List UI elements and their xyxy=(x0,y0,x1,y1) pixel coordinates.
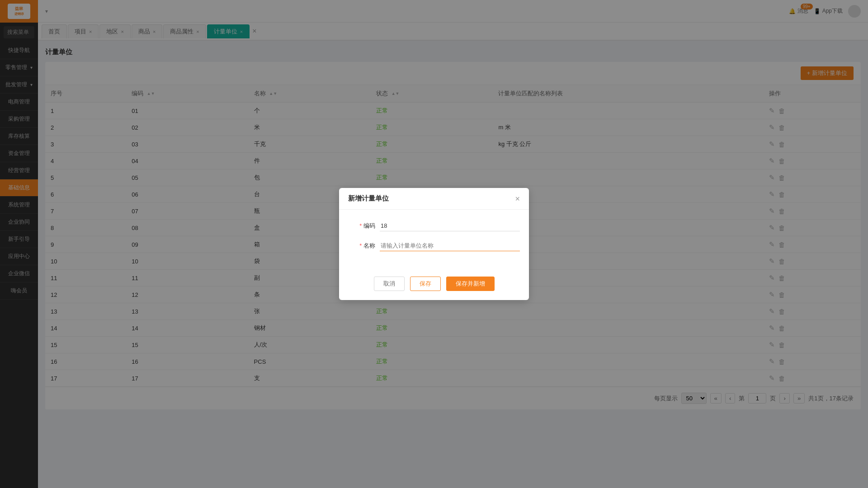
code-input[interactable] xyxy=(380,221,520,231)
cancel-button[interactable]: 取消 xyxy=(374,277,405,291)
modal-close-button[interactable]: × xyxy=(515,195,520,203)
form-row-name: 名称 xyxy=(348,240,520,251)
modal-overlay[interactable]: 新增计量单位 × 编码 名称 取消 保存 保存并新增 xyxy=(0,0,868,488)
code-label: 编码 xyxy=(348,222,375,230)
add-unit-modal: 新增计量单位 × 编码 名称 取消 保存 保存并新增 xyxy=(339,188,529,300)
form-row-code: 编码 xyxy=(348,221,520,231)
modal-body: 编码 名称 xyxy=(339,210,529,271)
modal-title: 新增计量单位 xyxy=(348,194,389,203)
modal-header: 新增计量单位 × xyxy=(339,188,529,210)
save-and-new-button[interactable]: 保存并新增 xyxy=(446,277,495,291)
save-button[interactable]: 保存 xyxy=(410,277,441,291)
name-label: 名称 xyxy=(348,242,375,250)
name-input[interactable] xyxy=(380,240,520,251)
modal-footer: 取消 保存 保存并新增 xyxy=(339,271,529,300)
